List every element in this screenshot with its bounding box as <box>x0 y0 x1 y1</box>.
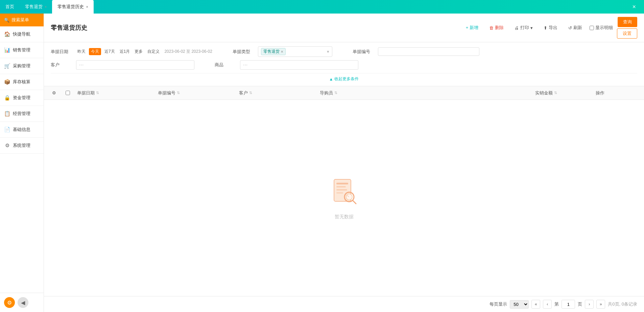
sidebar-bottom: ⚙ ◀ <box>0 293 44 312</box>
customer-placeholder-icon: ··· <box>79 62 84 68</box>
print-dropdown-icon: ▾ <box>530 25 533 30</box>
select-all-checkbox[interactable] <box>66 91 70 95</box>
filter-row-1: 单据日期 昨天 今天 近7天 近1月 更多 自定义 2023-06-02 至 2… <box>51 46 637 57</box>
prev-page-button[interactable]: ‹ <box>543 300 552 309</box>
pagination: 每页显示 50 10 20 100 « ‹ 第 页 › » 共0页, 0条记录 <box>44 296 644 312</box>
goods-filter-label: 商品 <box>215 62 233 68</box>
tab-close-retail-return-history[interactable]: × <box>86 5 88 9</box>
next-page-button[interactable]: › <box>585 300 594 309</box>
sort-amount-icon: ⇅ <box>554 91 557 95</box>
purchase-icon: 🛒 <box>4 63 10 69</box>
customer-filter-label: 客户 <box>51 62 69 68</box>
goods-placeholder-icon: ··· <box>243 62 247 68</box>
tab-bar: 首页 零售退货 × 零售退货历史 × <box>0 0 629 14</box>
svg-rect-4 <box>336 192 343 194</box>
page-unit: 页 <box>578 301 582 307</box>
empty-illustration <box>327 176 361 210</box>
filter-row-2: 客户 ··· 商品 ··· <box>51 60 637 70</box>
svg-line-7 <box>353 200 356 204</box>
refresh-icon: ↺ <box>568 25 572 30</box>
inventory-icon: 📦 <box>4 79 10 85</box>
type-filter-tag: 零售退货 × <box>261 48 286 55</box>
th-guide[interactable]: 导购员 ⇅ <box>317 90 398 96</box>
sidebar-settings-button[interactable]: ⚙ <box>4 297 15 308</box>
tab-close-retail-return[interactable]: × <box>45 5 47 9</box>
query-button[interactable]: 查询 <box>618 17 637 27</box>
customer-filter-select[interactable]: ··· <box>76 60 194 70</box>
page-size-select[interactable]: 50 10 20 100 <box>510 300 529 309</box>
collapse-filter-button[interactable]: ▲ 收起更多条件 <box>51 73 637 82</box>
filter-area: 单据日期 昨天 今天 近7天 近1月 更多 自定义 2023-06-02 至 2… <box>44 42 644 86</box>
delete-button[interactable]: 🗑 删除 <box>486 23 507 32</box>
th-num[interactable]: 单据编号 ⇅ <box>155 90 236 96</box>
set-button[interactable]: 设置 <box>617 28 637 39</box>
column-settings-button[interactable]: ⚙ <box>47 90 61 95</box>
th-customer[interactable]: 客户 ⇅ <box>236 90 317 96</box>
print-button[interactable]: 🖨 打印 ▾ <box>511 23 536 32</box>
th-amount[interactable]: 实销金额 ⇅ <box>479 90 559 96</box>
date-opt-today[interactable]: 今天 <box>89 48 101 55</box>
sidebar-item-finance[interactable]: 🔒 资金管理 <box>0 90 44 106</box>
sort-date-icon: ⇅ <box>96 91 99 95</box>
main-layout: 🔍 搜索菜单 🏠 快捷导航 📊 销售管理 🛒 采购管理 📦 库存核算 🔒 资金管… <box>0 14 644 312</box>
date-opt-custom[interactable]: 自定义 <box>146 48 161 55</box>
search-icon: 🔍 <box>4 18 9 23</box>
sidebar-item-quick-nav[interactable]: 🏠 快捷导航 <box>0 26 44 42</box>
date-opt-7days[interactable]: 近7天 <box>103 48 116 55</box>
table-area: ⚙ 单据日期 ⇅ 单据编号 ⇅ 客户 ⇅ <box>44 86 644 296</box>
content-area: 零售退货历史 + 新增 🗑 删除 🖨 打印 ▾ ⬆ 导出 ↺ <box>44 14 644 312</box>
sidebar-collapse-button[interactable]: ◀ <box>18 297 28 308</box>
goods-filter-select[interactable]: ··· <box>240 60 358 70</box>
window-close-button[interactable]: × <box>629 3 639 10</box>
date-opt-1month[interactable]: 近1月 <box>118 48 132 55</box>
total-info: 共0页, 0条记录 <box>608 301 637 307</box>
page-size-label: 每页显示 <box>490 301 507 307</box>
type-filter-select[interactable]: 零售退货 × ▾ <box>258 46 332 57</box>
date-range-display: 2023-06-02 至 2023-06-02 <box>164 49 212 54</box>
sales-icon: 📊 <box>4 47 10 53</box>
select-all-checkbox-cell[interactable] <box>61 91 74 95</box>
toolbar: + 新增 🗑 删除 🖨 打印 ▾ ⬆ 导出 ↺ 刷新 <box>462 17 637 39</box>
finance-icon: 🔒 <box>4 95 10 101</box>
date-opt-more[interactable]: 更多 <box>133 48 144 55</box>
table-container: ⚙ 单据日期 ⇅ 单据编号 ⇅ 客户 ⇅ <box>44 86 644 312</box>
page-number-input[interactable] <box>562 300 575 309</box>
last-page-button[interactable]: » <box>596 300 605 309</box>
empty-state: 暂无数据 <box>44 100 644 296</box>
delete-icon: 🗑 <box>489 25 494 30</box>
voucher-filter-input[interactable] <box>378 47 479 56</box>
tab-retail-return[interactable]: 零售退货 × <box>20 0 52 14</box>
refresh-button[interactable]: ↺ 刷新 <box>565 23 586 32</box>
tab-home[interactable]: 首页 <box>0 0 20 14</box>
sidebar-item-system[interactable]: ⚙ 系统管理 <box>0 138 44 154</box>
new-button[interactable]: + 新增 <box>462 23 482 32</box>
sidebar-item-operations[interactable]: 📋 经营管理 <box>0 106 44 122</box>
th-date[interactable]: 单据日期 ⇅ <box>74 90 155 96</box>
sidebar-item-purchase[interactable]: 🛒 采购管理 <box>0 58 44 74</box>
sidebar: 🔍 搜索菜单 🏠 快捷导航 📊 销售管理 🛒 采购管理 📦 库存核算 🔒 资金管… <box>0 14 44 312</box>
type-filter-clear[interactable]: × <box>281 49 283 54</box>
sidebar-item-sales[interactable]: 📊 销售管理 <box>0 42 44 58</box>
display-detail-checkbox[interactable] <box>590 26 594 30</box>
operations-icon: 📋 <box>4 111 10 117</box>
page-header: 零售退货历史 + 新增 🗑 删除 🖨 打印 ▾ ⬆ 导出 ↺ <box>44 14 644 42</box>
first-page-button[interactable]: « <box>531 300 540 309</box>
empty-text: 暂无数据 <box>335 214 354 220</box>
sidebar-search-menu[interactable]: 🔍 搜索菜单 <box>0 14 44 26</box>
export-button[interactable]: ⬆ 导出 <box>540 23 561 32</box>
sidebar-item-inventory[interactable]: 📦 库存核算 <box>0 74 44 90</box>
sidebar-item-basic-info[interactable]: 📄 基础信息 <box>0 122 44 138</box>
svg-rect-2 <box>336 186 346 187</box>
table-header: ⚙ 单据日期 ⇅ 单据编号 ⇅ 客户 ⇅ <box>44 86 644 100</box>
collapse-icon: ▲ <box>329 77 333 82</box>
export-icon: ⬆ <box>544 25 547 30</box>
th-op: 操作 <box>560 90 641 96</box>
date-opt-yesterday[interactable]: 昨天 <box>76 48 87 55</box>
svg-point-6 <box>346 194 352 200</box>
svg-rect-1 <box>336 183 348 184</box>
type-filter-label: 单据类型 <box>233 49 251 55</box>
top-bar-right: × <box>629 3 644 10</box>
tab-retail-return-history[interactable]: 零售退货历史 × <box>52 0 93 14</box>
sort-guide-icon: ⇅ <box>334 91 337 95</box>
display-detail-checkbox-label[interactable]: 显示明细 <box>590 25 613 31</box>
